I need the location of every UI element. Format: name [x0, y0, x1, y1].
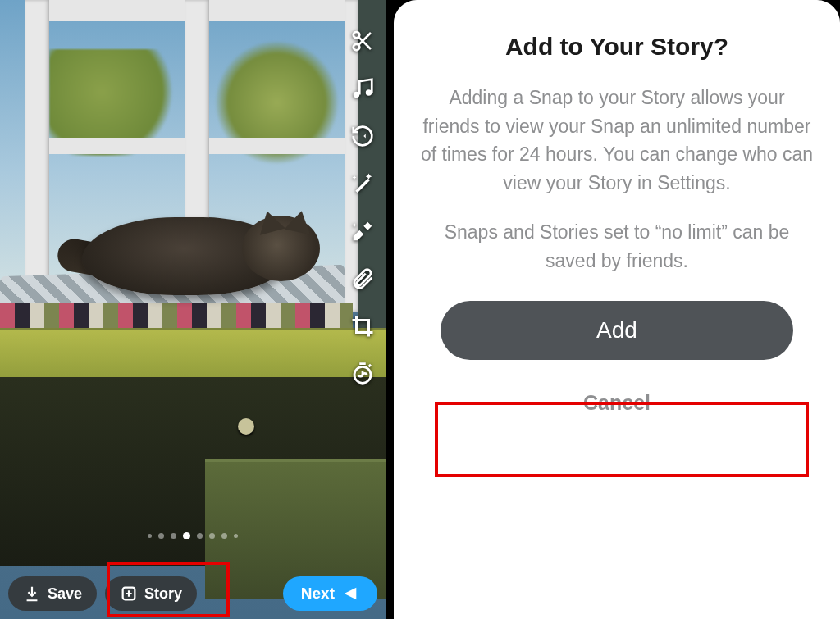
sparkle-eraser-icon[interactable]: [346, 215, 379, 248]
cat-in-photo: [49, 193, 320, 299]
rewind-icon[interactable]: [346, 120, 379, 152]
magic-wand-icon[interactable]: [346, 167, 379, 200]
paperclip-icon[interactable]: [346, 262, 379, 295]
scissors-icon[interactable]: [346, 25, 379, 57]
bottom-action-bar: Save Story Next: [0, 576, 386, 611]
crop-icon[interactable]: [346, 310, 379, 343]
snap-preview-screen: Save Story Next: [0, 0, 386, 619]
save-label: Save: [48, 585, 82, 603]
svg-point-1: [354, 44, 360, 51]
dialog-body: Adding a Snap to your Story allows your …: [420, 84, 814, 296]
save-button[interactable]: Save: [8, 576, 97, 611]
music-icon[interactable]: [346, 72, 379, 105]
add-button-label: Add: [596, 317, 637, 344]
next-button[interactable]: Next: [283, 576, 377, 611]
dialog-paragraph-2: Snaps and Stories set to “no limit” can …: [420, 218, 814, 275]
add-button[interactable]: Add: [441, 301, 793, 360]
cancel-button-label: Cancel: [583, 391, 651, 414]
svg-point-0: [354, 32, 360, 39]
snap-photo: [0, 0, 386, 619]
story-button[interactable]: Story: [105, 576, 197, 611]
cancel-button[interactable]: Cancel: [583, 391, 651, 415]
page-indicator: [148, 533, 238, 539]
story-label: Story: [144, 585, 182, 603]
dialog-title: Add to Your Story?: [505, 33, 728, 61]
edit-toolbar: [346, 25, 379, 390]
timer-icon[interactable]: [346, 357, 379, 390]
dialog-paragraph-1: Adding a Snap to your Story allows your …: [420, 84, 814, 197]
next-label: Next: [301, 585, 335, 603]
add-to-story-dialog: Add to Your Story? Adding a Snap to your…: [394, 0, 840, 619]
